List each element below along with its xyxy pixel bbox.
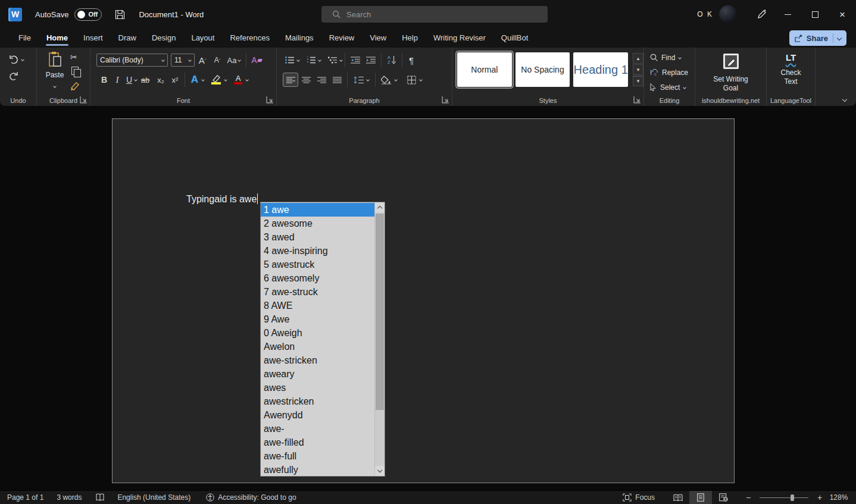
user-initials[interactable]: O K [697,10,713,18]
collapse-ribbon-icon[interactable] [842,97,847,102]
read-mode-button[interactable] [667,491,689,504]
zoom-slider-thumb[interactable] [791,494,794,501]
share-chevron-icon[interactable] [837,36,842,40]
tab-view[interactable]: View [362,29,394,47]
shading-chevron-icon[interactable] [394,78,398,82]
font-name-select[interactable]: Calibri (Body) [96,54,168,67]
line-spacing-button[interactable] [350,73,367,87]
justify-button[interactable] [329,73,345,87]
increase-indent-button[interactable] [363,53,379,67]
undo-button[interactable] [8,52,19,67]
autocomplete-item[interactable]: awe- [261,422,374,436]
autocomplete-item[interactable]: 4 awe-inspiring [261,244,374,258]
paste-chevron-icon[interactable] [53,84,57,88]
borders-button[interactable] [403,73,420,87]
autocomplete-item[interactable]: awefully [261,463,374,477]
grow-font-button[interactable]: Aˆ [195,53,210,67]
tab-references[interactable]: References [222,29,277,47]
proofing-status[interactable] [96,493,108,502]
style-normal[interactable]: Normal [457,52,512,87]
styles-dialog-launcher[interactable] [633,96,641,104]
autocomplete-item[interactable]: awe-full [261,449,374,463]
numbering-button[interactable] [304,53,318,67]
autocomplete-item[interactable]: 8 AWE [261,299,374,312]
numbering-chevron-icon[interactable] [318,58,321,62]
subscript-button[interactable]: x₂ [154,73,168,87]
scroll-up-button[interactable] [375,202,385,212]
check-text-button[interactable]: LT Check Text [767,52,815,86]
autocomplete-item[interactable]: awestricken [261,395,374,408]
line-spacing-chevron-icon[interactable] [366,78,370,82]
find-button[interactable]: Find [644,50,695,65]
clear-formatting-button[interactable]: A [249,53,264,67]
copy-icon[interactable] [71,67,79,75]
autocomplete-item[interactable]: awes [261,381,374,395]
bullets-button[interactable] [283,53,297,67]
zoom-out-button[interactable]: − [743,493,754,502]
sort-button[interactable]: A Z [384,53,399,67]
styles-scroll-up-icon[interactable]: ▴ [633,53,643,64]
document-page[interactable]: Typingaid is awe [112,118,735,483]
autocomplete-item[interactable]: Awenydd [261,408,374,422]
autocomplete-item[interactable]: awe-stricken [261,353,374,367]
autocomplete-item[interactable]: 0 Aweigh [261,326,374,340]
clipboard-dialog-launcher[interactable] [80,96,88,104]
superscript-button[interactable]: x² [168,73,182,87]
bold-button[interactable]: B [98,73,111,87]
font-dialog-launcher[interactable] [266,96,274,104]
scrollbar-thumb[interactable] [376,214,384,410]
paste-button[interactable]: Paste [42,51,68,90]
autocomplete-item[interactable]: awe-filled [261,436,374,449]
scroll-down-button[interactable] [375,466,385,476]
autocomplete-item[interactable]: Awelon [261,340,374,353]
decrease-indent-button[interactable] [348,53,363,67]
autocomplete-item[interactable]: 7 awe-struck [261,285,374,299]
feedback-button[interactable] [750,0,774,29]
italic-button[interactable]: I [111,73,124,87]
share-button[interactable]: Share [789,30,846,46]
align-center-button[interactable] [298,73,314,87]
maximize-button[interactable] [801,0,829,29]
font-color-chevron-icon[interactable] [245,78,249,82]
multilevel-list-button[interactable] [326,53,340,67]
show-formatting-button[interactable]: ¶ [405,53,418,67]
paragraph-dialog-launcher[interactable] [442,96,449,104]
tab-insert[interactable]: Insert [76,29,111,47]
format-painter-icon[interactable] [70,81,80,90]
tab-draw[interactable]: Draw [111,29,144,47]
language-indicator[interactable]: English (United States) [117,493,190,502]
highlight-button[interactable] [208,73,224,87]
cut-icon[interactable]: ✂ [70,52,77,62]
page-indicator[interactable]: Page 1 of 1 [7,493,43,502]
print-layout-button[interactable] [689,491,712,504]
autocomplete-item[interactable]: 5 awestruck [261,258,374,271]
word-count[interactable]: 3 words [57,493,82,502]
zoom-level[interactable]: 128% [825,493,852,502]
text-effects-chevron-icon[interactable] [201,78,205,82]
styles-more-icon[interactable]: ▾ [633,76,643,86]
tab-home[interactable]: Home [39,29,76,47]
font-color-button[interactable]: A [230,73,246,87]
change-case-button[interactable]: Aa [224,53,243,67]
style-no-spacing[interactable]: No Spacing [516,52,570,87]
autosave-toggle[interactable]: Off [74,8,102,21]
user-avatar[interactable] [719,5,737,23]
accessibility-status[interactable]: Accessibility: Good to go [206,493,296,502]
word-app-icon[interactable]: W [8,8,22,21]
tab-layout[interactable]: Layout [183,29,222,47]
tab-quillbot[interactable]: QuillBot [493,29,536,47]
autocomplete-item[interactable]: 1 awe [261,203,374,217]
redo-button[interactable] [8,69,18,83]
borders-chevron-icon[interactable] [419,78,423,82]
focus-button[interactable]: Focus [623,493,655,502]
undo-chevron-icon[interactable] [21,58,24,61]
save-button[interactable] [111,6,128,23]
web-layout-button[interactable] [712,491,735,504]
tab-file[interactable]: File [11,29,39,47]
shading-button[interactable] [378,73,395,87]
underline-button[interactable]: U [124,73,135,87]
replace-button[interactable]: b c Replace [644,65,695,80]
close-button[interactable]: × [829,0,856,29]
autocomplete-scrollbar[interactable] [374,202,385,476]
highlight-chevron-icon[interactable] [224,78,227,82]
